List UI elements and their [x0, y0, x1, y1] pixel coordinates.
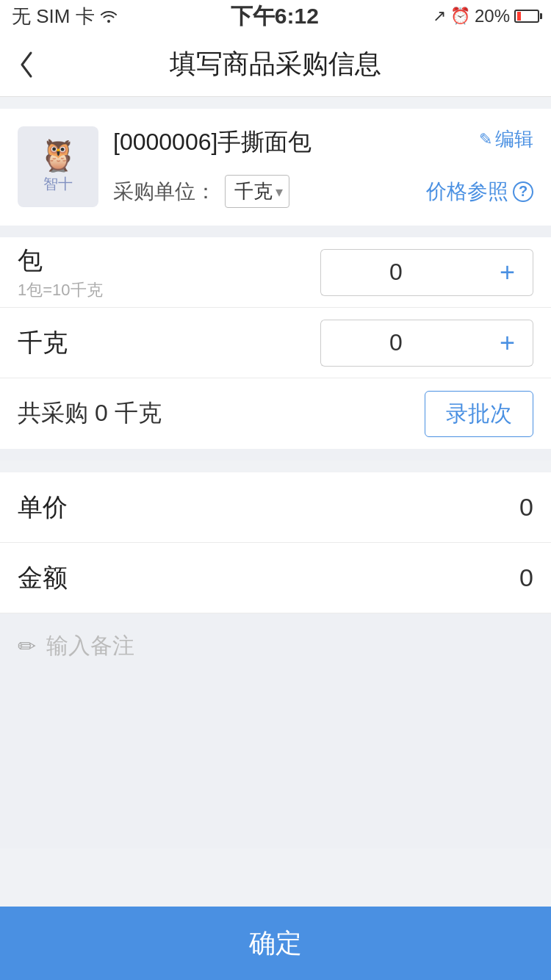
price-info-section: 单价 0 金额 0 [0, 472, 551, 613]
notes-placeholder: 输入备注 [46, 631, 134, 661]
divider-1 [0, 226, 551, 237]
unit-price-label: 单价 [18, 491, 68, 525]
amount-row: 金额 0 [0, 543, 551, 613]
notes-section[interactable]: ✏ 输入备注 [0, 613, 551, 702]
wifi-icon [101, 5, 117, 28]
status-right: ↗ ⏰ 20% [433, 6, 539, 26]
unit-price-row: 单价 0 [0, 472, 551, 543]
unit-label: 采购单位： [113, 178, 216, 206]
help-circle-icon: ? [513, 181, 533, 202]
alarm-icon: ⏰ [450, 7, 470, 26]
bag-input-row: 包 1包=10千克 + [0, 237, 551, 308]
kg-label: 千克 [18, 326, 91, 360]
location-icon: ↗ [433, 7, 446, 26]
bag-label-sub: 1包=10千克 [18, 279, 103, 301]
input-section: 包 1包=10千克 + 千克 + [0, 237, 551, 378]
bag-label-main: 包 [18, 244, 103, 278]
unit-row: 采购单位： 千克 ▾ [113, 175, 289, 208]
product-thumbnail: 🦉 智十 [18, 126, 98, 207]
edit-icon: ✎ [479, 130, 492, 149]
bag-quantity-input[interactable] [320, 249, 482, 296]
product-owl-icon: 🦉 [39, 140, 77, 171]
summary-row: 共采购 0 千克 录批次 [0, 378, 551, 449]
unit-price-value: 0 [519, 493, 533, 522]
confirm-button-label: 确定 [249, 926, 302, 962]
back-button[interactable] [18, 50, 62, 79]
content-spacer [0, 702, 551, 849]
bag-plus-button[interactable]: + [482, 249, 533, 296]
kg-field-wrap: + [91, 320, 533, 367]
product-card: 🦉 智十 [0000006]手撕面包 ✎ 编辑 采购单位： 千克 ▾ [0, 109, 551, 226]
product-code: [0000006] [113, 129, 217, 155]
edit-label: 编辑 [495, 126, 533, 152]
record-batch-button[interactable]: 录批次 [425, 391, 533, 437]
confirm-button[interactable]: 确定 [0, 907, 551, 980]
status-bar: 无 SIM 卡 下午6:12 ↗ ⏰ 20% [0, 0, 551, 32]
amount-value: 0 [519, 563, 533, 592]
price-ref-label: 价格参照 [426, 178, 508, 206]
bag-field-wrap: + [103, 249, 533, 296]
amount-label: 金额 [18, 561, 68, 595]
bag-label: 包 1包=10千克 [18, 244, 103, 301]
product-info: [0000006]手撕面包 ✎ 编辑 采购单位： 千克 ▾ 价格参照 ? [113, 126, 533, 208]
page-title: 填写商品采购信息 [62, 46, 489, 82]
price-ref-button[interactable]: 价格参照 ? [426, 178, 533, 206]
nav-bar: 填写商品采购信息 [0, 32, 551, 97]
divider-2 [0, 449, 551, 461]
unit-value: 千克 [234, 179, 273, 204]
kg-plus-button[interactable]: + [482, 320, 533, 367]
status-left: 无 SIM 卡 [12, 4, 117, 29]
edit-button[interactable]: ✎ 编辑 [479, 126, 533, 152]
summary-text: 共采购 0 千克 [18, 397, 162, 430]
sim-text: 无 SIM 卡 [12, 4, 95, 29]
product-meta: 采购单位： 千克 ▾ 价格参照 ? [113, 175, 533, 208]
battery-icon [514, 10, 539, 23]
status-time: 下午6:12 [231, 1, 319, 32]
unit-dropdown[interactable]: 千克 ▾ [225, 175, 289, 208]
pencil-icon: ✏ [18, 633, 36, 659]
kg-quantity-input[interactable] [320, 320, 482, 367]
dropdown-arrow-icon: ▾ [276, 183, 283, 201]
kg-input-row: 千克 + [0, 308, 551, 378]
product-name: [0000006]手撕面包 [113, 126, 311, 159]
kg-label-main: 千克 [18, 326, 91, 360]
product-title: 手撕面包 [217, 129, 311, 155]
battery-percent: 20% [475, 6, 510, 26]
product-thumb-label: 智十 [43, 174, 73, 194]
